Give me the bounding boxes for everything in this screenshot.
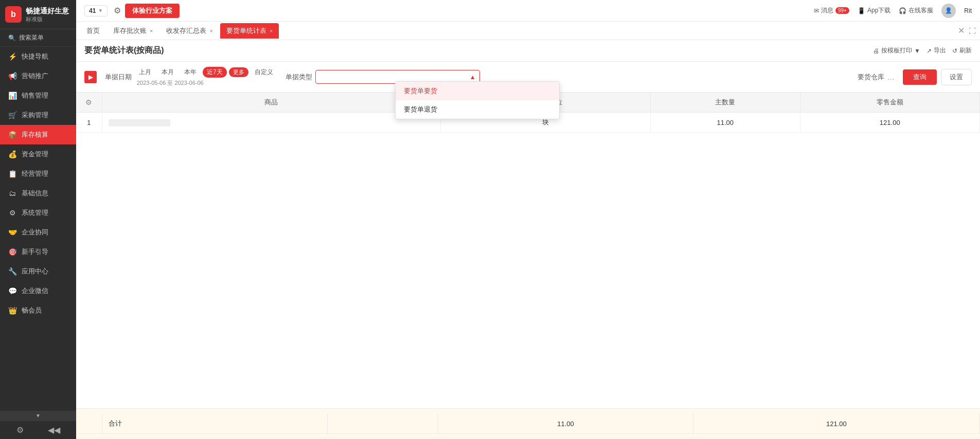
sidebar-item-sales[interactable]: 📊 销售管理 [0,86,76,105]
store-selector[interactable]: 41 ▼ [84,5,108,16]
sidebar-item-marketing[interactable]: 📢 营销推广 [0,66,76,86]
messages-label: 消息 [821,6,833,15]
date-filter-label: 单据日期 [105,72,132,82]
sidebar-item-label: 库存核算 [22,130,69,139]
sidebar-item-enterprise[interactable]: 🤝 企业协同 [0,223,76,242]
sidebar-item-system[interactable]: ⚙ 系统管理 [0,203,76,223]
app-download-button[interactable]: 📱 App下载 [858,6,890,15]
sidebar-item-wechat[interactable]: 💬 企业微信 [0,281,76,301]
sidebar-item-member[interactable]: 👑 畅会员 [0,301,76,320]
messages-button[interactable]: ✉ 消息 99+ [814,6,849,15]
dropdown-item-order-return[interactable]: 要货单退货 [396,100,559,119]
footer-table: 合计 11.00 121.00 [76,414,980,434]
single-type-group: 单据类型 ▲ [286,70,841,84]
tab-order-summary-close[interactable]: × [270,28,273,34]
query-button[interactable]: 查询 [903,69,937,85]
footer-label: 合计 [102,414,328,434]
logo-text: 畅捷通好生意 标准版 [26,6,69,23]
tab-receivable-summary[interactable]: 收发存汇总表 × [160,23,219,39]
operations-icon: 📋 [7,170,17,178]
sidebar-logo: b 畅捷通好生意 标准版 [0,0,76,29]
sidebar-search[interactable]: 🔍 搜索菜单 [0,29,76,47]
tab-home-label: 首页 [86,26,100,35]
sidebar-item-operations[interactable]: 📋 经营管理 [0,164,76,184]
app-download-label: App下载 [867,6,890,15]
shortcut-this-month[interactable]: 本月 [157,67,178,78]
dropdown-item-order-goods[interactable]: 要货单要货 [396,82,559,100]
sidebar-item-inventory[interactable]: 📦 库存核算 [0,125,76,144]
sidebar-item-label: 资金管理 [22,150,69,159]
shortcut-7days[interactable]: 近7天 [203,67,227,78]
filter-settings-button[interactable]: 设置 [941,69,972,85]
logo-sub: 标准版 [26,15,69,23]
tab-bar: 首页 库存批次账 × 收发存汇总表 × 要货单统计表 × ✕ ⛶ [76,22,980,40]
logo-main: 畅捷通好生意 [26,6,69,15]
tab-receivable-summary-close[interactable]: × [209,28,212,34]
single-type-label: 单据类型 [286,72,312,82]
sidebar-item-appstore[interactable]: 🔧 应用中心 [0,262,76,281]
tab-inventory-batch-close[interactable]: × [150,28,153,34]
online-service-button[interactable]: 🎧 在线客服 [899,6,933,15]
promo-button[interactable]: 体验行业方案 [125,4,180,18]
export-button[interactable]: ↗ 导出 [926,46,946,55]
sidebar-item-purchase[interactable]: 🛒 采购管理 [0,105,76,125]
sidebar-item-label: 畅会员 [22,306,69,315]
sidebar-item-basics[interactable]: 🗂 基础信息 [0,184,76,203]
tab-close-all-button[interactable]: ✕ [958,26,965,35]
guide-icon: 🎯 [7,248,17,256]
tab-receivable-summary-label: 收发存汇总表 [166,26,206,35]
sidebar-item-label: 营销推广 [22,71,69,81]
single-type-dropdown: 要货单要货 要货单退货 [395,81,560,119]
tab-expand-button[interactable]: ⛶ [969,27,976,35]
service-label: 在线客服 [908,6,933,15]
sidebar-bottom: ⚙ ◀◀ [0,420,76,439]
shortcut-more[interactable]: 更多 [229,67,248,77]
sidebar-item-label: 经营管理 [22,169,69,178]
settings-bottom-icon[interactable]: ⚙ [16,425,24,435]
tab-home[interactable]: 首页 [80,23,106,39]
sidebar-item-label: 基础信息 [22,189,69,198]
avatar: 👤 [941,4,956,18]
header-gear-icon[interactable]: ⚙ [114,6,121,15]
sidebar-item-label: 企业协同 [22,228,69,237]
top-header: 41 ▼ ⚙ 体验行业方案 ✉ 消息 99+ 📱 App下载 🎧 在线客服 👤 … [76,0,980,22]
store-number: 41 [89,7,96,14]
shortcut-last-month[interactable]: 上月 [135,67,155,78]
col-product: 商品 [102,93,440,113]
sidebar-item-finance[interactable]: 💰 资金管理 [0,144,76,164]
warehouse-group: 要货仓库 … [858,72,895,82]
messages-badge: 99+ [835,7,849,14]
filter-expand-button[interactable]: ▶ [84,71,97,83]
sales-icon: 📊 [7,92,17,100]
refresh-button[interactable]: ↺ 刷新 [952,46,972,55]
cell-product [102,113,440,133]
store-chevron-icon: ▼ [98,8,103,13]
tab-order-summary[interactable]: 要货单统计表 × [220,23,279,39]
single-type-chevron-icon[interactable]: ▲ [470,74,476,81]
enterprise-icon: 🤝 [7,228,17,236]
filter-bar: ▶ 单据日期 上月 本月 本年 近7天 更多 自定义 2023-05-06 至 … [76,62,980,93]
quick-nav-icon: ⚡ [7,52,17,61]
cell-quantity: 11.00 [651,113,800,133]
sidebar-item-guide[interactable]: 🎯 新手引导 [0,242,76,262]
sidebar-scroll-down[interactable]: ▼ [0,411,76,420]
date-range-text: 2023-05-06 至 2023-06-06 [137,80,204,86]
print-button[interactable]: 🖨 按模板打印 ▼ [873,46,920,55]
header-left: 41 ▼ ⚙ 体验行业方案 [84,4,814,18]
tab-inventory-batch[interactable]: 库存批次账 × [107,23,159,39]
sidebar-item-label: 应用中心 [22,267,69,276]
export-icon: ↗ [926,47,932,54]
shortcut-this-year[interactable]: 本年 [180,67,201,78]
page-header-actions: 🖨 按模板打印 ▼ ↗ 导出 ↺ 刷新 [873,46,972,55]
table-settings-icon[interactable]: ⚙ [85,98,92,106]
footer-amount: 121.00 [693,414,979,434]
system-icon: ⚙ [7,209,17,217]
collapse-icon[interactable]: ◀◀ [48,425,60,435]
appstore-icon: 🔧 [7,267,17,276]
sidebar-item-quick-nav[interactable]: ⚡ 快捷导航 [0,47,76,66]
app-icon: 📱 [858,7,865,14]
sidebar-item-label: 快捷导航 [22,52,69,61]
shortcut-custom[interactable]: 自定义 [251,67,277,78]
sidebar-item-label: 新手引导 [22,247,69,257]
warehouse-more-icon[interactable]: … [887,73,895,81]
